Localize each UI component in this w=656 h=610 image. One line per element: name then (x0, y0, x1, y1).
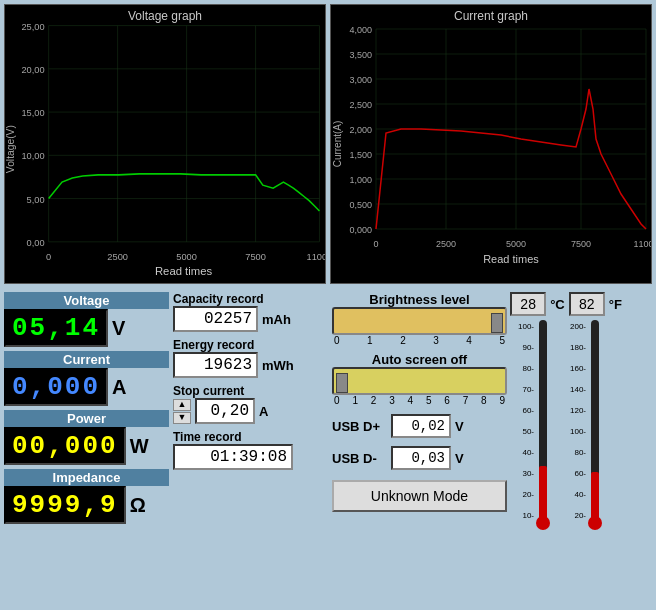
celsius-tube (536, 320, 550, 530)
svg-text:1,500: 1,500 (349, 150, 372, 160)
brightness-label: Brightness level (332, 292, 507, 307)
current-chart: Current graph Current(A) 4,000 3,500 3,0… (330, 4, 652, 284)
stop-current-row: ▲ ▼ A (173, 398, 328, 424)
power-label: Power (4, 410, 169, 427)
current-meter-group: Current 0,000 A (4, 351, 169, 406)
svg-text:Voltage(V): Voltage(V) (5, 125, 16, 173)
svg-text:5000: 5000 (176, 252, 197, 262)
brightness-slider-container (332, 307, 507, 335)
c-label-50: 50- (518, 427, 534, 436)
unknown-mode-button[interactable]: Unknown Mode (332, 480, 507, 512)
f-label-20: 20- (570, 511, 586, 520)
fahrenheit-bulb (588, 516, 602, 530)
svg-text:Read times: Read times (155, 265, 213, 277)
auto-screen-slider-container (332, 367, 507, 395)
svg-text:Read times: Read times (483, 253, 539, 265)
energy-input[interactable] (173, 352, 258, 378)
svg-text:15,00: 15,00 (21, 108, 44, 118)
current-display: 0,000 A (4, 368, 169, 406)
svg-text:25,00: 25,00 (21, 22, 44, 32)
time-label: Time record (173, 430, 328, 444)
current-chart-title: Current graph (331, 9, 651, 23)
f-label-200: 200- (570, 322, 586, 331)
svg-text:5,00: 5,00 (27, 195, 45, 205)
voltage-value: 05,14 (4, 309, 108, 347)
usb-dplus-unit: V (455, 419, 464, 434)
f-label-60: 60- (570, 469, 586, 478)
power-meter-group: Power 00,000 W (4, 410, 169, 465)
capacity-row: mAh (173, 306, 328, 332)
c-label-90: 90- (518, 343, 534, 352)
time-record-group: Time record (173, 430, 328, 470)
stop-current-group: Stop current ▲ ▼ A (173, 384, 328, 424)
thermos-row: 100- 90- 80- 70- 60- 50- 40- 30- 20- 10- (511, 320, 621, 524)
f-label-80: 80- (570, 448, 586, 457)
auto-screen-label: Auto screen off (332, 352, 507, 367)
voltage-label: Voltage (4, 292, 169, 309)
svg-text:7500: 7500 (571, 239, 591, 249)
celsius-unit: °C (550, 297, 565, 312)
current-chart-svg: Current(A) 4,000 3,500 3,000 2,500 2,000… (331, 5, 651, 283)
stop-current-input[interactable] (195, 398, 255, 424)
usb-dplus-label: USB D+ (332, 419, 387, 434)
impedance-label: Impedance (4, 469, 169, 486)
thermometer-panel: °C °F 100- 90- 80- 70- 60- 50- 40- 30- (511, 292, 621, 524)
c-label-30: 30- (518, 469, 534, 478)
svg-text:0: 0 (46, 252, 51, 262)
voltage-display: 05,14 V (4, 309, 169, 347)
auto-screen-group: Auto screen off 0 1 2 3 4 5 6 7 8 9 (332, 352, 507, 406)
capacity-input[interactable] (173, 306, 258, 332)
usb-dminus-input[interactable] (391, 446, 451, 470)
energy-record-group: Energy record mWh (173, 338, 328, 378)
impedance-meter-group: Impedance 9999,9 Ω (4, 469, 169, 524)
usb-dplus-row: USB D+ V (332, 414, 507, 438)
f-label-180: 180- (570, 343, 586, 352)
svg-text:20,00: 20,00 (21, 65, 44, 75)
f-label-160: 160- (570, 364, 586, 373)
svg-text:Current(A): Current(A) (332, 121, 343, 168)
voltage-chart: Voltage graph Voltage(V) 25,00 20,00 15,… (4, 4, 326, 284)
svg-text:0,500: 0,500 (349, 200, 372, 210)
voltage-unit: V (112, 317, 125, 340)
energy-label: Energy record (173, 338, 328, 352)
c-label-100: 100- (518, 322, 534, 331)
c-label-70: 70- (518, 385, 534, 394)
spin-down-button[interactable]: ▼ (173, 412, 191, 424)
charts-section: Voltage graph Voltage(V) 25,00 20,00 15,… (0, 0, 656, 288)
celsius-value-input[interactable] (510, 292, 546, 316)
c-label-10: 10- (518, 511, 534, 520)
capacity-record-group: Capacity record mAh (173, 292, 328, 332)
svg-text:0,000: 0,000 (349, 225, 372, 235)
voltage-chart-title: Voltage graph (5, 9, 325, 23)
thermo-top-row: °C °F (511, 292, 621, 316)
voltage-meter-group: Voltage 05,14 V (4, 292, 169, 347)
energy-unit: mWh (262, 358, 294, 373)
brightness-group: Brightness level 0 1 2 3 4 5 (332, 292, 507, 346)
brightness-slider[interactable] (336, 313, 503, 333)
usb-dplus-input[interactable] (391, 414, 451, 438)
power-value: 00,000 (4, 427, 126, 465)
usb-dminus-unit: V (455, 451, 464, 466)
middle-panel: Capacity record mAh Energy record mWh St… (173, 292, 328, 524)
f-label-140: 140- (570, 385, 586, 394)
svg-text:11006: 11006 (633, 239, 651, 249)
stop-current-spinners: ▲ ▼ (173, 399, 191, 424)
svg-text:11006: 11006 (307, 252, 325, 262)
capacity-unit: mAh (262, 312, 291, 327)
fahrenheit-value-input[interactable] (569, 292, 605, 316)
svg-text:0,00: 0,00 (27, 238, 45, 248)
impedance-display: 9999,9 Ω (4, 486, 169, 524)
f-label-100: 100- (570, 427, 586, 436)
time-row (173, 444, 328, 470)
time-input[interactable] (173, 444, 293, 470)
c-label-60: 60- (518, 406, 534, 415)
voltage-chart-svg: Voltage(V) 25,00 20,00 15,00 10,00 5,00 … (5, 5, 325, 283)
current-label: Current (4, 351, 169, 368)
c-label-20: 20- (518, 490, 534, 499)
auto-screen-slider[interactable] (336, 373, 503, 393)
fahrenheit-thermometer: 200- 180- 160- 140- 120- 100- 80- 60- 40… (563, 320, 609, 524)
spin-up-button[interactable]: ▲ (173, 399, 191, 411)
svg-text:5000: 5000 (506, 239, 526, 249)
impedance-value: 9999,9 (4, 486, 126, 524)
usb-dminus-row: USB D- V (332, 446, 507, 470)
